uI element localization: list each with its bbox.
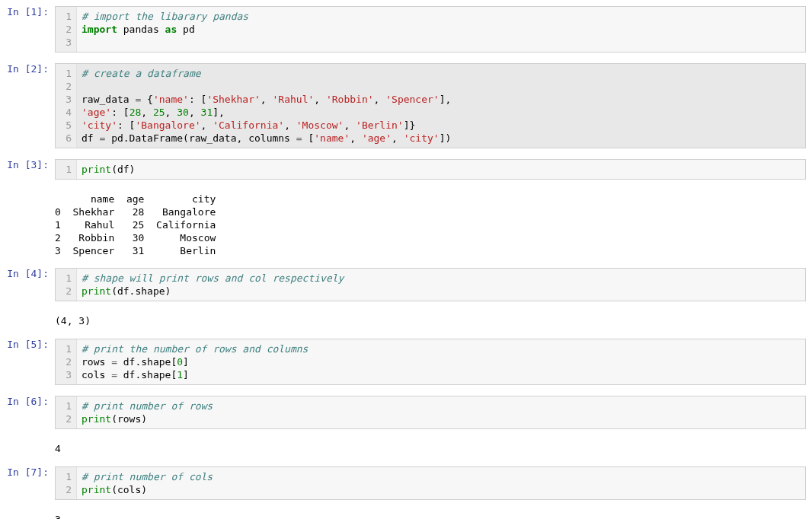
- line-number-gutter: 12: [56, 396, 77, 428]
- output-row: 4: [6, 440, 806, 456]
- code-line[interactable]: # print number of cols: [82, 470, 801, 483]
- code-input-area[interactable]: 123# print the number of rows and column…: [55, 339, 806, 385]
- line-number: 1: [56, 470, 72, 483]
- notebook-cell: In [3]:1print(df): [6, 159, 806, 180]
- code-line[interactable]: # shape will print rows and col respecti…: [82, 272, 801, 285]
- code-input-area[interactable]: 12# shape will print rows and col respec…: [55, 268, 806, 301]
- code-line[interactable]: [82, 36, 801, 49]
- cell-body: 12# print number of rowsprint(rows): [55, 396, 806, 429]
- code-line[interactable]: import pandas as pd: [82, 23, 801, 36]
- code-input-area[interactable]: 1print(df): [55, 159, 806, 180]
- output-row: (4, 3): [6, 312, 806, 328]
- line-number: 1: [56, 163, 72, 176]
- cell-body: 123456# create a dataframe raw_data = {'…: [55, 63, 806, 148]
- cell-output: 3: [55, 511, 806, 519]
- input-prompt: In [2]:: [6, 63, 55, 148]
- output-body: 4: [55, 440, 806, 456]
- line-number-gutter: 1: [56, 160, 77, 179]
- line-number-gutter: 123456: [56, 64, 77, 148]
- line-number: 2: [56, 285, 72, 298]
- line-number: 1: [56, 400, 72, 412]
- input-prompt: In [4]:: [6, 268, 55, 301]
- code-line[interactable]: 'age': [28, 25, 30, 31],: [82, 106, 801, 119]
- line-number: 3: [56, 36, 72, 49]
- notebook-cell: In [7]:12# print number of colsprint(col…: [6, 466, 806, 500]
- output-prompt: [6, 440, 55, 456]
- notebook-cell: In [1]:123# import the libarary pandasim…: [6, 6, 806, 53]
- code-editor[interactable]: # import the libarary pandasimport panda…: [77, 7, 805, 52]
- line-number: 1: [56, 272, 72, 285]
- code-line[interactable]: print(df.shape): [82, 285, 801, 298]
- code-editor[interactable]: print(df): [77, 160, 805, 179]
- cell-output: (4, 3): [55, 312, 806, 328]
- code-editor[interactable]: # print number of rowsprint(rows): [77, 396, 805, 428]
- cell-body: 123# print the number of rows and column…: [55, 339, 806, 385]
- line-number: 1: [56, 10, 72, 23]
- line-number: 2: [56, 412, 72, 425]
- code-line[interactable]: 'city': ['Bangalore', 'California', 'Mos…: [82, 119, 801, 132]
- code-line[interactable]: raw_data = {'name': ['Shekhar', 'Rahul',…: [82, 93, 801, 106]
- line-number: 4: [56, 106, 72, 119]
- line-number: 3: [56, 368, 72, 381]
- code-line[interactable]: # print the number of rows and columns: [82, 342, 801, 355]
- output-prompt: [6, 312, 55, 328]
- line-number: 2: [56, 23, 72, 36]
- cell-body: 1print(df): [55, 159, 806, 180]
- code-line[interactable]: # print number of rows: [82, 400, 801, 412]
- output-body: (4, 3): [55, 312, 806, 328]
- line-number: 2: [56, 80, 72, 93]
- code-editor[interactable]: # print the number of rows and columnsro…: [77, 339, 805, 384]
- line-number: 5: [56, 119, 72, 132]
- code-editor[interactable]: # shape will print rows and col respecti…: [77, 269, 805, 301]
- code-line[interactable]: print(rows): [82, 412, 801, 425]
- notebook-container: In [1]:123# import the libarary pandasim…: [6, 6, 806, 519]
- code-input-area[interactable]: 12# print number of rowsprint(rows): [55, 396, 806, 429]
- cell-output: 4: [55, 440, 806, 456]
- output-body: name age city 0 Shekhar 28 Bangalore 1 R…: [55, 190, 806, 257]
- code-editor[interactable]: # print number of colsprint(cols): [77, 467, 805, 499]
- line-number-gutter: 123: [56, 339, 77, 384]
- notebook-cell: In [5]:123# print the number of rows and…: [6, 339, 806, 385]
- input-prompt: In [1]:: [6, 6, 55, 53]
- line-number: 1: [56, 67, 72, 80]
- input-prompt: In [6]:: [6, 396, 55, 429]
- output-body: 3: [55, 511, 806, 519]
- code-line[interactable]: print(cols): [82, 483, 801, 496]
- line-number: 3: [56, 93, 72, 106]
- line-number: 2: [56, 483, 72, 496]
- code-line[interactable]: [82, 80, 801, 93]
- input-prompt: In [5]:: [6, 339, 55, 385]
- line-number-gutter: 12: [56, 269, 77, 301]
- cell-body: 123# import the libarary pandasimport pa…: [55, 6, 806, 53]
- cell-body: 12# print number of colsprint(cols): [55, 466, 806, 500]
- output-row: 3: [6, 511, 806, 519]
- line-number: 2: [56, 355, 72, 368]
- code-line[interactable]: rows = df.shape[0]: [82, 355, 801, 368]
- line-number: 1: [56, 342, 72, 355]
- code-input-area[interactable]: 123456# create a dataframe raw_data = {'…: [55, 63, 806, 148]
- code-line[interactable]: print(df): [82, 163, 801, 176]
- output-row: name age city 0 Shekhar 28 Bangalore 1 R…: [6, 190, 806, 257]
- code-line[interactable]: df = pd.DataFrame(raw_data, columns = ['…: [82, 132, 801, 145]
- input-prompt: In [3]:: [6, 159, 55, 180]
- line-number: 6: [56, 132, 72, 145]
- notebook-cell: In [2]:123456# create a dataframe raw_da…: [6, 63, 806, 148]
- output-prompt: [6, 511, 55, 519]
- output-prompt: [6, 190, 55, 257]
- code-line[interactable]: cols = df.shape[1]: [82, 368, 801, 381]
- code-input-area[interactable]: 123# import the libarary pandasimport pa…: [55, 6, 806, 53]
- line-number-gutter: 12: [56, 467, 77, 499]
- code-editor[interactable]: # create a dataframe raw_data = {'name':…: [77, 64, 805, 148]
- notebook-cell: In [6]:12# print number of rowsprint(row…: [6, 396, 806, 429]
- input-prompt: In [7]:: [6, 466, 55, 500]
- code-input-area[interactable]: 12# print number of colsprint(cols): [55, 466, 806, 500]
- line-number-gutter: 123: [56, 7, 77, 52]
- cell-body: 12# shape will print rows and col respec…: [55, 268, 806, 301]
- code-line[interactable]: # create a dataframe: [82, 67, 801, 80]
- code-line[interactable]: # import the libarary pandas: [82, 10, 801, 23]
- cell-output: name age city 0 Shekhar 28 Bangalore 1 R…: [55, 190, 806, 257]
- notebook-cell: In [4]:12# shape will print rows and col…: [6, 268, 806, 301]
